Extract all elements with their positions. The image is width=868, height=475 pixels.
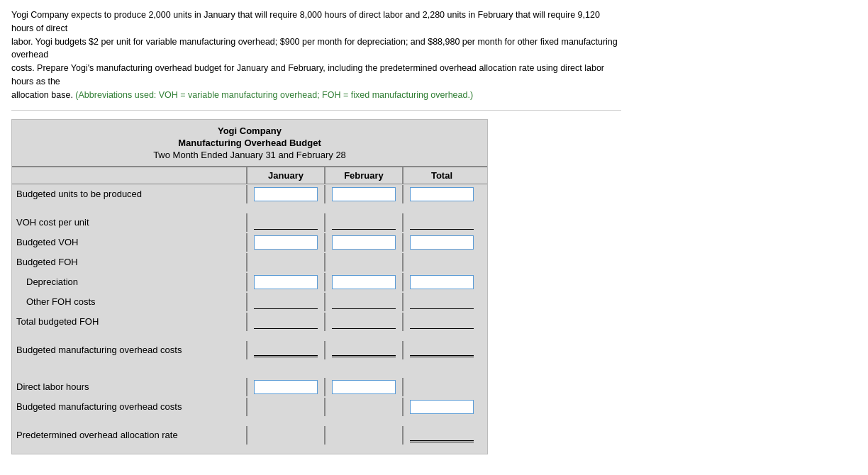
table-row: Budgeted manufacturing overhead costs	[12, 340, 487, 360]
depreciation-feb-cell	[324, 273, 402, 291]
direct-labor-feb-input[interactable]	[332, 380, 396, 394]
total-foh-label: Total budgeted FOH	[12, 314, 246, 329]
direct-labor-feb-cell	[324, 378, 402, 396]
budgeted-foh-label: Budgeted FOH	[12, 255, 246, 269]
budget-title: Manufacturing Overhead Budget	[15, 138, 484, 148]
depreciation-total-cell	[402, 273, 480, 291]
total-foh-jan-cell	[246, 313, 324, 331]
other-foh-feb-input[interactable]	[332, 295, 396, 309]
table-header: Yogi Company Manufacturing Overhead Budg…	[12, 120, 487, 166]
voh-cost-total-cell	[402, 213, 480, 232]
budgeted-foh-feb-empty	[324, 253, 402, 272]
other-foh-total-input[interactable]	[410, 295, 474, 309]
mfg-overhead2-feb-empty	[324, 398, 402, 416]
spacer	[12, 369, 487, 377]
table-row: Other FOH costs	[12, 292, 487, 312]
voh-cost-feb-input[interactable]	[332, 216, 396, 230]
mfg-overhead-jan-input[interactable]	[254, 343, 318, 357]
spacer	[12, 445, 487, 454]
budgeted-voh-feb-cell	[324, 233, 402, 252]
direct-labor-total-empty	[402, 378, 480, 396]
table-row: Direct labor hours	[12, 377, 487, 397]
data-section: Budgeted units to be produced VOH cost p…	[12, 184, 487, 454]
february-col-header: February	[324, 167, 402, 184]
depreciation-label: Depreciation	[12, 274, 246, 289]
total-foh-jan-input[interactable]	[254, 315, 318, 329]
date-range: Two Month Ended January 31 and February …	[15, 150, 484, 160]
budgeted-units-jan-cell	[246, 185, 324, 203]
voh-cost-feb-cell	[324, 213, 402, 232]
mfg-overhead2-total-cell	[402, 398, 480, 416]
budgeted-units-total-input[interactable]	[410, 187, 474, 201]
mfg-overhead-feb-cell	[324, 341, 402, 359]
table-row: Total budgeted FOH	[12, 312, 487, 332]
table-row: Budgeted VOH	[12, 233, 487, 252]
direct-labor-label: Direct labor hours	[12, 379, 246, 394]
predetermined-rate-total-input[interactable]	[410, 428, 474, 442]
table-row: Budgeted FOH	[12, 252, 487, 272]
budgeted-units-label: Budgeted units to be produced	[12, 186, 246, 201]
budgeted-voh-label: Budgeted VOH	[12, 235, 246, 250]
intro-paragraph: Yogi Company expects to produce 2,000 un…	[11, 9, 621, 111]
spacer	[12, 204, 487, 213]
company-name: Yogi Company	[15, 125, 484, 136]
depreciation-total-input[interactable]	[410, 275, 474, 289]
voh-cost-label: VOH cost per unit	[12, 215, 246, 230]
budgeted-units-feb-cell	[324, 185, 402, 203]
depreciation-feb-input[interactable]	[332, 275, 396, 289]
depreciation-jan-cell	[246, 273, 324, 291]
budgeted-foh-total-empty	[402, 253, 480, 272]
mfg-overhead2-total-input[interactable]	[410, 400, 474, 414]
budgeted-foh-jan-empty	[246, 253, 324, 272]
spacer	[12, 417, 487, 425]
other-foh-label: Other FOH costs	[12, 294, 246, 309]
other-foh-total-cell	[402, 293, 480, 311]
january-col-header: January	[246, 167, 324, 184]
budgeted-units-feb-input[interactable]	[332, 187, 396, 201]
mfg-overhead-total-cell	[402, 341, 480, 359]
predetermined-rate-feb-empty	[324, 426, 402, 445]
column-headers: January February Total	[12, 166, 487, 184]
table-row: Depreciation	[12, 272, 487, 292]
mfg-overhead-jan-cell	[246, 341, 324, 359]
mfg-overhead2-jan-empty	[246, 398, 324, 416]
budgeted-voh-jan-input[interactable]	[254, 235, 318, 250]
spacer	[12, 332, 487, 340]
voh-cost-jan-cell	[246, 213, 324, 232]
depreciation-jan-input[interactable]	[254, 275, 318, 289]
direct-labor-jan-input[interactable]	[254, 380, 318, 394]
predetermined-rate-label: Predetermined overhead allocation rate	[12, 428, 246, 442]
predetermined-rate-total-cell	[402, 426, 480, 445]
budgeted-voh-feb-input[interactable]	[332, 235, 396, 250]
direct-labor-jan-cell	[246, 378, 324, 396]
mfg-overhead-feb-input[interactable]	[332, 343, 396, 357]
other-foh-feb-cell	[324, 293, 402, 311]
total-foh-feb-input[interactable]	[332, 315, 396, 329]
total-foh-feb-cell	[324, 313, 402, 331]
budgeted-units-total-cell	[402, 185, 480, 203]
mfg-overhead-total-input[interactable]	[410, 343, 474, 357]
other-foh-jan-cell	[246, 293, 324, 311]
predetermined-rate-jan-empty	[246, 426, 324, 445]
voh-cost-total-input[interactable]	[410, 216, 474, 230]
total-foh-total-cell	[402, 313, 480, 331]
table-row: VOH cost per unit	[12, 213, 487, 233]
total-col-header: Total	[402, 167, 480, 184]
other-foh-jan-input[interactable]	[254, 295, 318, 309]
table-row: Budgeted manufacturing overhead costs	[12, 397, 487, 417]
mfg-overhead2-label: Budgeted manufacturing overhead costs	[12, 399, 246, 414]
table-row: Budgeted units to be produced	[12, 184, 487, 204]
spacer	[12, 360, 487, 369]
budget-table: Yogi Company Manufacturing Overhead Budg…	[11, 119, 488, 454]
budgeted-voh-total-input[interactable]	[410, 235, 474, 250]
mfg-overhead-label: Budgeted manufacturing overhead costs	[12, 342, 246, 357]
table-row: Predetermined overhead allocation rate	[12, 425, 487, 445]
voh-cost-jan-input[interactable]	[254, 216, 318, 230]
budgeted-voh-total-cell	[402, 233, 480, 252]
label-col-header	[12, 167, 246, 184]
budgeted-voh-jan-cell	[246, 233, 324, 252]
budgeted-units-jan-input[interactable]	[254, 187, 318, 201]
total-foh-total-input[interactable]	[410, 315, 474, 329]
